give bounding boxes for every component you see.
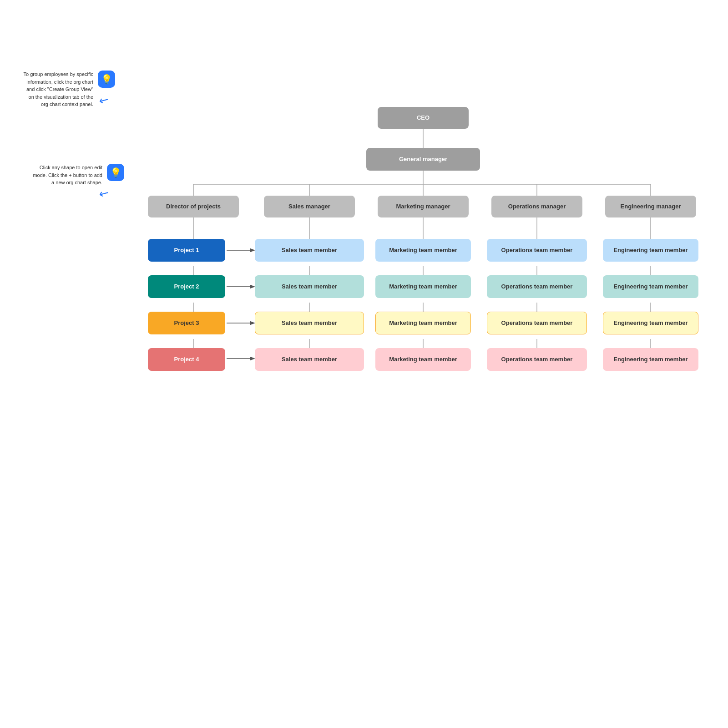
row4-engineering-node[interactable]: Engineering team member [603, 348, 698, 371]
row3-operations-node[interactable]: Operations team member [487, 312, 587, 334]
row1-sales-node[interactable]: Sales team member [255, 239, 364, 262]
hint-2: Click any shape to open edit mode. Click… [30, 164, 124, 187]
hint-2-icon: 💡 [107, 164, 124, 181]
sales-manager-node[interactable]: Sales manager [264, 196, 355, 217]
row4-operations-node[interactable]: Operations team member [487, 348, 587, 371]
row2-marketing-node[interactable]: Marketing team member [375, 275, 471, 298]
ceo-node[interactable]: CEO [378, 107, 469, 129]
row3-sales-node[interactable]: Sales team member [255, 312, 364, 334]
engineering-manager-node[interactable]: Engineering manager [605, 196, 696, 217]
gm-node[interactable]: General manager [366, 148, 480, 171]
operations-manager-node[interactable]: Operations manager [491, 196, 582, 217]
row2-operations-node[interactable]: Operations team member [487, 275, 587, 298]
marketing-manager-node[interactable]: Marketing manager [378, 196, 469, 217]
row1-engineering-node[interactable]: Engineering team member [603, 239, 698, 262]
hint-2-text: Click any shape to open edit mode. Click… [30, 164, 102, 187]
row2-sales-node[interactable]: Sales team member [255, 275, 364, 298]
project-3-node[interactable]: Project 3 [148, 312, 225, 334]
row1-marketing-node[interactable]: Marketing team member [375, 239, 471, 262]
hint-2-arrow: ↙ [96, 185, 112, 202]
row4-sales-node[interactable]: Sales team member [255, 348, 364, 371]
org-chart-container: CEO General manager Director of projects… [123, 105, 710, 523]
row1-operations-node[interactable]: Operations team member [487, 239, 587, 262]
project-1-node[interactable]: Project 1 [148, 239, 225, 262]
row3-marketing-node[interactable]: Marketing team member [375, 312, 471, 334]
director-node[interactable]: Director of projects [148, 196, 239, 217]
hint-1-icon: 💡 [98, 71, 115, 88]
project-4-node[interactable]: Project 4 [148, 348, 225, 371]
hint-1-text: To group employees by specific informati… [20, 71, 93, 108]
row2-engineering-node[interactable]: Engineering team member [603, 275, 698, 298]
project-2-node[interactable]: Project 2 [148, 275, 225, 298]
row3-engineering-node[interactable]: Engineering team member [603, 312, 698, 334]
row4-marketing-node[interactable]: Marketing team member [375, 348, 471, 371]
